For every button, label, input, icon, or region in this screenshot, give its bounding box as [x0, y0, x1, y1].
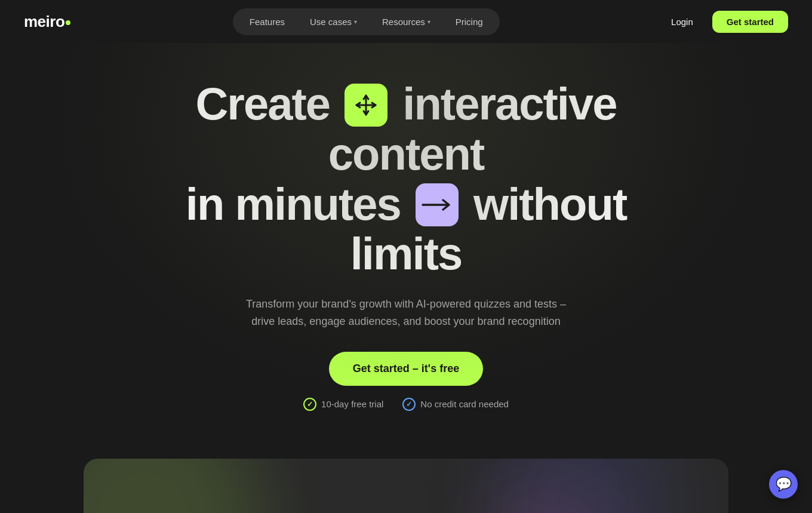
- nav-item-resources[interactable]: Resources ▾: [370, 12, 442, 32]
- nav-item-use-cases[interactable]: Use cases ▾: [298, 12, 369, 32]
- crosshair-icon-badge: [345, 84, 387, 127]
- arrow-right-icon: [420, 198, 454, 212]
- chevron-down-icon: ▾: [427, 19, 430, 25]
- login-button[interactable]: Login: [662, 12, 703, 32]
- chat-icon: 💬: [776, 477, 792, 492]
- nav-item-features[interactable]: Features: [238, 12, 297, 32]
- hero-cta-button[interactable]: Get started – it's free: [329, 352, 483, 386]
- check-circle-blue: ✓: [402, 398, 416, 411]
- nav-item-pricing[interactable]: Pricing: [444, 12, 495, 32]
- hero-title: Create interactive content in minutes wi…: [137, 79, 675, 279]
- checkmark-icon: ✓: [307, 400, 313, 408]
- logo-dot: [66, 20, 70, 25]
- checkmark-icon: ✓: [406, 400, 412, 408]
- check-circle-green: ✓: [303, 398, 316, 411]
- arrow-right-icon-badge: [416, 183, 459, 226]
- chat-widget[interactable]: 💬: [769, 470, 798, 499]
- chevron-down-icon: ▾: [354, 19, 357, 25]
- hero-badges: ✓ 10-day free trial ✓ No credit card nee…: [303, 398, 509, 411]
- hero-section: Create interactive content in minutes wi…: [0, 43, 812, 435]
- trial-badge: ✓ 10-day free trial: [303, 398, 383, 411]
- no-credit-card-badge: ✓ No credit card needed: [402, 398, 509, 411]
- crosshair-icon: [354, 93, 378, 117]
- hero-subtitle: Transform your brand's growth with AI-po…: [246, 296, 566, 330]
- nav-menu: Features Use cases ▾ Resources ▾ Pricing: [233, 8, 500, 35]
- preview-inner: Create interactive...: [84, 459, 728, 513]
- preview-section: Create interactive...: [84, 459, 728, 513]
- logo[interactable]: meiro: [24, 13, 70, 31]
- get-started-nav-button[interactable]: Get started: [712, 11, 788, 33]
- navigation: meiro Features Use cases ▾ Resources ▾ P…: [0, 0, 812, 43]
- nav-right: Login Get started: [662, 11, 788, 33]
- logo-text: meiro: [24, 13, 70, 31]
